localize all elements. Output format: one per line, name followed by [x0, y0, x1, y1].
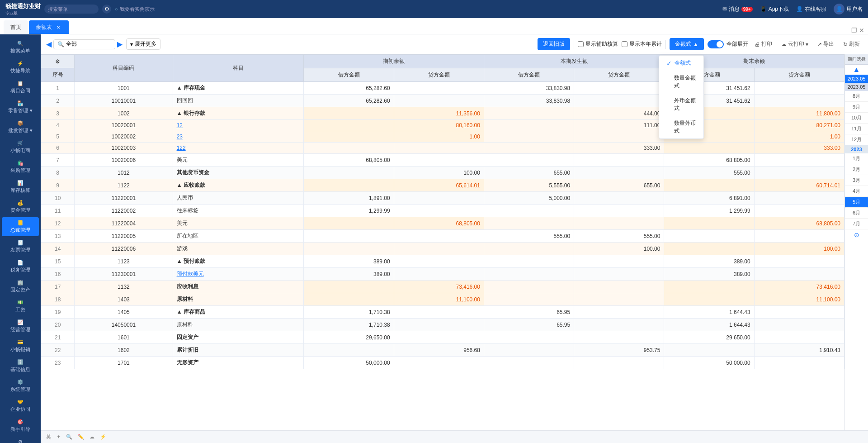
subject-text[interactable]: 23 — [177, 133, 183, 140]
sidebar-item-basic[interactable]: ℹ️ 基础信息 — [2, 357, 39, 376]
status-star[interactable]: ✦ — [57, 434, 61, 440]
table-row[interactable]: 12 11220004 美元 68,805.00 68,805.00 — [41, 217, 844, 230]
settings-icon[interactable]: ⚙ — [102, 5, 111, 14]
cloud-print-btn[interactable]: ☁ 云打印 ▾ — [778, 38, 811, 50]
nav-prev-icon[interactable]: ◀ — [46, 40, 52, 48]
tab-home[interactable]: 首页 — [4, 20, 28, 34]
cell-subject[interactable]: 23 — [173, 131, 304, 143]
period-collapse-btn[interactable]: ⊙ — [845, 229, 868, 240]
cell-subject[interactable]: 预付款美元 — [173, 268, 304, 281]
table-row[interactable]: 19 1405 ▲ 库存商品 1,710.38 65.95 1,644.43 — [41, 306, 844, 319]
table-row[interactable]: 1 1001 ▲ 库存现金 65,282.60 33,830.98 31,451… — [41, 82, 844, 95]
period-nav-up[interactable]: ▲ — [845, 65, 868, 75]
table-row[interactable]: 8 1012 其他货币资金 100.00 655.00 555.00 — [41, 167, 844, 179]
sidebar-item-project[interactable]: 📋 项目合同 — [2, 78, 39, 97]
cell-subject[interactable]: 122 — [173, 143, 304, 154]
refresh-btn[interactable]: ↻ 刷新 — [840, 38, 863, 50]
subject-text[interactable]: 无形资产 — [177, 359, 198, 366]
period-12[interactable]: 12月 — [845, 134, 868, 145]
cell-subject[interactable]: ▲ 库存现金 — [173, 82, 304, 95]
subject-text[interactable]: 累计折旧 — [177, 347, 198, 353]
cell-subject[interactable]: 无形资产 — [173, 357, 304, 369]
subject-text[interactable]: 预付款美元 — [177, 271, 204, 277]
status-lang[interactable]: 英 — [46, 433, 51, 440]
expand-more-btn[interactable]: ▾ 展开更多 — [126, 38, 160, 50]
subject-text[interactable]: 122 — [177, 145, 186, 151]
service-btn[interactable]: 👤 在线客服 — [796, 5, 826, 13]
user-avatar[interactable]: 👤 用户名 — [834, 4, 863, 14]
table-row[interactable]: 11 11220002 往来标签 1,299.99 1,299.99 — [41, 205, 844, 217]
sidebar-item-invoice[interactable]: 🧾 发票管理 — [2, 237, 39, 256]
mode-option-qty-foreign[interactable]: 数量外币式 — [659, 116, 703, 138]
sidebar-item-salary[interactable]: 💵 工资 — [2, 297, 39, 316]
toggle-switch[interactable] — [708, 40, 724, 48]
table-row[interactable]: 4 10020001 12 80,160.00 111.00 80,271.00 — [41, 120, 844, 131]
cell-subject[interactable]: 原材料 — [173, 293, 304, 306]
show-aux-checkbox[interactable]: 显示辅助核算 — [578, 40, 618, 48]
table-row[interactable]: 7 10020006 美元 68,805.00 68,805.00 — [41, 154, 844, 167]
sidebar-item-ecommerce[interactable]: 🛒 小畅电商 — [2, 138, 39, 157]
table-row[interactable]: 2 10010001 回回回 65,282.60 33,830.98 31,45… — [41, 95, 844, 107]
period-2[interactable]: 2月 — [845, 164, 868, 175]
nav-next-icon[interactable]: ▶ — [117, 40, 123, 48]
status-edit[interactable]: ✏️ — [78, 434, 84, 440]
subject-text[interactable]: 原材料 — [177, 296, 193, 302]
period-6[interactable]: 6月 — [845, 208, 868, 219]
table-row[interactable]: 18 1403 原材料 11,100.00 11,100.00 — [41, 293, 844, 306]
sidebar-item-ledger[interactable]: 📒 总账管理 — [2, 217, 39, 236]
sidebar-item-report[interactable]: 💳 小畅报销 — [2, 337, 39, 356]
table-row[interactable]: 15 1123 ▲ 预付账款 389.00 389.00 — [41, 255, 844, 268]
cell-subject[interactable]: 累计折旧 — [173, 344, 304, 357]
table-row[interactable]: 3 1002 ▲ 银行存款 11,356.00 444.00 11,800.00 — [41, 107, 844, 120]
table-row[interactable]: 13 11220005 所在地区 555.00 555.00 — [41, 230, 844, 243]
ytd-checkbox-input[interactable] — [622, 41, 627, 47]
top-search-box[interactable]: 搜索菜单 — [44, 5, 99, 14]
sidebar-item-funds[interactable]: 💰 资金管理 — [2, 197, 39, 216]
table-row[interactable]: 20 14050001 原材料 1,710.38 65.95 1,644.43 — [41, 319, 844, 331]
table-row[interactable]: 22 1602 累计折旧 956.68 953.75 1,910.43 — [41, 344, 844, 357]
mode-option-foreign-amount[interactable]: 外币金额式 — [659, 93, 703, 116]
period-4[interactable]: 4月 — [845, 186, 868, 197]
period-3[interactable]: 3月 — [845, 175, 868, 186]
download-btn[interactable]: 📱 App下载 — [760, 5, 789, 13]
cell-subject[interactable]: ▲ 库存商品 — [173, 306, 304, 319]
tab-balance[interactable]: 余额表 ✕ — [29, 20, 69, 34]
period-11[interactable]: 11月 — [845, 124, 868, 134]
subject-text[interactable]: 固定资产 — [177, 334, 198, 340]
table-row[interactable]: 23 1701 无形资产 50,000.00 50,000.00 — [41, 357, 844, 369]
period-7[interactable]: 7月 — [845, 219, 868, 229]
show-ytd-checkbox[interactable]: 显示本年累计 — [622, 40, 662, 48]
window-restore-icon[interactable]: ❐ — [851, 27, 857, 34]
table-row[interactable]: 5 10020002 23 1.00 1.00 — [41, 131, 844, 143]
cell-subject[interactable]: ▲ 应收账款 — [173, 179, 304, 192]
sidebar-settings[interactable]: ⚙ — [2, 436, 39, 443]
back-old-version-btn[interactable]: 退回旧版 — [538, 38, 570, 50]
cell-subject[interactable]: 应收利息 — [173, 281, 304, 293]
mode-dropdown-btn[interactable]: 金额式 ▲ — [670, 38, 704, 50]
period-5[interactable]: 5月 — [845, 197, 868, 208]
status-search[interactable]: 🔍 — [66, 434, 72, 440]
account-search-box[interactable]: 🔍 — [53, 39, 115, 49]
aux-checkbox-input[interactable] — [578, 41, 584, 47]
cell-subject[interactable]: 12 — [173, 120, 304, 131]
sidebar-search[interactable]: 🔍 搜索菜单 — [2, 38, 39, 57]
tab-balance-close[interactable]: ✕ — [55, 24, 62, 31]
cell-subject[interactable]: 固定资产 — [173, 331, 304, 344]
period-8[interactable]: 8月 — [845, 91, 868, 102]
status-cloud[interactable]: ☁ — [90, 434, 94, 440]
table-row[interactable]: 6 10020003 122 333.00 333.00 — [41, 143, 844, 154]
period-9[interactable]: 9月 — [845, 102, 868, 113]
table-row[interactable]: 9 1122 ▲ 应收账款 65,614.01 5,555.00 655.00 … — [41, 179, 844, 192]
table-row[interactable]: 17 1132 应收利息 73,416.00 73,416.00 — [41, 281, 844, 293]
sidebar-item-operations[interactable]: 📈 经营管理 — [2, 317, 39, 336]
status-bolt[interactable]: ⚡ — [100, 434, 106, 440]
table-row[interactable]: 14 11220006 游戏 100.00 100.00 — [41, 243, 844, 255]
subject-text[interactable]: 应收利息 — [177, 283, 198, 290]
sidebar-item-assets[interactable]: 🏢 固定资产 — [2, 277, 39, 296]
demo-link[interactable]: ○ 我要看实例演示 — [115, 6, 155, 13]
period-1[interactable]: 1月 — [845, 153, 868, 164]
table-row[interactable]: 21 1601 固定资产 29,650.00 29,650.00 — [41, 331, 844, 344]
sidebar-item-system[interactable]: ⚙️ 系统管理 — [2, 376, 39, 395]
cell-subject[interactable]: 其他货币资金 — [173, 167, 304, 179]
sidebar-item-wholesale[interactable]: 📦 批发管理 ▾ — [2, 118, 39, 137]
